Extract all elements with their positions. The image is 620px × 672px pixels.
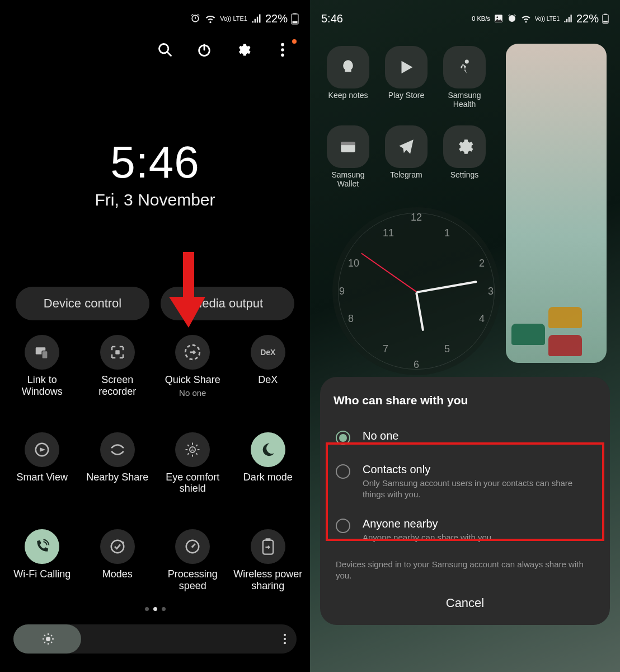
wifi-calling-icon <box>34 538 50 555</box>
app-telegram[interactable]: Telegram <box>378 125 434 188</box>
svg-line-38 <box>44 642 45 643</box>
cancel-button[interactable]: Cancel <box>334 581 596 615</box>
link-to-windows-icon <box>34 344 50 361</box>
battery-pct: 22% <box>576 12 599 25</box>
svg-point-44 <box>496 16 498 18</box>
tile-screen-recorder[interactable]: Screen recorder <box>81 335 154 398</box>
option-contacts-only[interactable]: Contacts only Only Samsung account users… <box>334 454 596 508</box>
more-menu-icon[interactable] <box>274 41 291 58</box>
search-icon[interactable] <box>157 41 173 58</box>
svg-line-23 <box>188 453 190 455</box>
svg-point-48 <box>465 60 469 64</box>
paper-plane-icon <box>397 137 416 156</box>
dialog-footnote: Devices signed in to your Samsung accoun… <box>334 552 596 582</box>
brightness-slider[interactable] <box>13 624 297 654</box>
smart-view-icon <box>34 441 50 458</box>
page-indicator <box>0 607 310 611</box>
app-samsung-wallet[interactable]: Samsung Wallet <box>320 125 376 188</box>
quick-share-dialog: Who can share with you No one Contacts o… <box>320 377 610 625</box>
clock-date: Fri, 3 November <box>0 190 310 209</box>
tile-dark-mode[interactable]: Dark mode <box>232 432 305 494</box>
option-no-one[interactable]: No one <box>334 421 596 454</box>
svg-point-42 <box>284 642 286 645</box>
svg-point-28 <box>191 545 194 548</box>
radio-unchecked-icon <box>336 464 350 479</box>
svg-point-41 <box>284 638 286 640</box>
alarm-icon <box>190 13 201 24</box>
tile-smart-view[interactable]: Smart View <box>6 432 79 494</box>
signal-icon <box>563 13 573 24</box>
alarm-icon <box>507 13 517 24</box>
screenshot-icon <box>494 13 504 24</box>
wifi-icon <box>520 13 532 24</box>
svg-line-39 <box>51 635 52 636</box>
svg-line-22 <box>196 453 198 455</box>
svg-line-24 <box>196 445 198 446</box>
status-time: 5:46 <box>321 12 343 25</box>
power-icon[interactable] <box>196 41 213 58</box>
media-output-button[interactable]: Media output <box>161 287 294 320</box>
net-rate: 0 KB/s <box>472 16 490 22</box>
settings-gear-icon[interactable] <box>235 41 252 58</box>
brightness-more-icon[interactable] <box>283 633 286 645</box>
nearby-share-icon <box>109 441 126 458</box>
wifi-icon <box>204 13 217 24</box>
svg-rect-2 <box>293 21 298 24</box>
svg-text:A: A <box>191 447 194 452</box>
moon-icon <box>260 441 276 458</box>
tile-quick-share-status: No one <box>179 388 206 398</box>
svg-point-40 <box>284 634 286 636</box>
app-settings[interactable]: Settings <box>436 125 492 188</box>
play-icon <box>397 58 416 77</box>
svg-point-7 <box>281 43 284 46</box>
option-anyone-nearby[interactable]: Anyone nearby Anyone nearby can share wi… <box>334 508 596 552</box>
quick-share-icon <box>183 343 202 362</box>
app-play-store[interactable]: Play Store <box>378 46 434 109</box>
screen-recorder-icon <box>109 344 126 361</box>
lte-label: Vo)) LTE1 <box>220 16 247 22</box>
svg-line-36 <box>44 635 45 636</box>
status-bar-right: 5:46 0 KB/s Vo)) LTE1 22% <box>310 0 620 31</box>
analog-clock-widget[interactable]: 12 6 9 3 11 1 10 2 8 4 7 5 <box>332 207 500 375</box>
svg-line-4 <box>167 52 171 56</box>
svg-point-31 <box>46 637 50 641</box>
svg-point-9 <box>281 54 284 57</box>
svg-rect-50 <box>341 142 355 146</box>
notification-dot <box>292 39 297 44</box>
tile-link-to-windows[interactable]: Link to Windows <box>6 335 79 398</box>
dex-icon: DeX <box>260 348 275 357</box>
svg-rect-12 <box>115 350 120 354</box>
clock-time: 5:46 <box>0 137 310 188</box>
eye-comfort-icon: A <box>184 441 201 458</box>
speedometer-icon <box>184 538 201 555</box>
gear-icon <box>455 137 474 156</box>
tile-wifi-calling[interactable]: Wi-Fi Calling <box>6 529 79 591</box>
svg-rect-46 <box>604 13 607 15</box>
radio-unchecked-icon <box>336 519 350 533</box>
battery-icon <box>291 12 299 25</box>
svg-point-8 <box>281 48 284 52</box>
battery-pct: 22% <box>265 12 288 25</box>
svg-rect-47 <box>603 21 608 22</box>
modes-icon <box>109 538 126 555</box>
app-samsung-health[interactable]: Samsung Health <box>436 46 492 109</box>
tile-processing-speed[interactable]: Processing speed <box>156 529 229 591</box>
tile-eye-comfort[interactable]: A Eye comfort shield <box>156 432 229 494</box>
svg-rect-30 <box>265 538 270 541</box>
svg-line-21 <box>188 445 190 446</box>
lte-label: Vo)) LTE1 <box>535 16 560 22</box>
app-keep-notes[interactable]: Keep notes <box>320 46 376 109</box>
runner-icon <box>455 58 474 77</box>
tile-dex[interactable]: DeX DeX <box>232 335 305 398</box>
radio-checked-icon <box>336 431 350 445</box>
tile-quick-share[interactable]: Quick Share No one <box>156 335 229 398</box>
svg-rect-11 <box>42 351 48 359</box>
brightness-icon <box>41 632 55 646</box>
lightbulb-icon <box>339 58 358 77</box>
tile-wireless-power[interactable]: Wireless power sharing <box>232 529 305 591</box>
device-control-button[interactable]: Device control <box>16 287 149 320</box>
tile-nearby-share[interactable]: Nearby Share <box>81 432 154 494</box>
tile-modes[interactable]: Modes <box>81 529 154 591</box>
wallet-icon <box>339 137 358 156</box>
battery-share-icon <box>261 538 275 556</box>
